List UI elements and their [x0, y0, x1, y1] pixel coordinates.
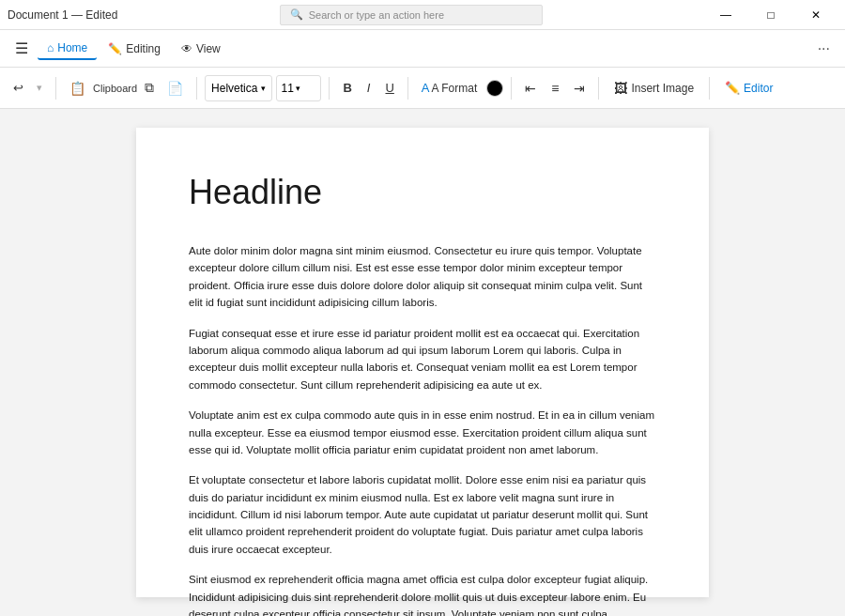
- divider-7: [709, 77, 710, 100]
- align-right-button[interactable]: ⇥: [568, 73, 591, 103]
- copy-icon: ⧉: [145, 80, 154, 96]
- window-controls: — □ ✕: [704, 0, 837, 30]
- close-button[interactable]: ✕: [794, 0, 837, 30]
- title-bar: Document 1 — Edited 🔍 Search or type an …: [0, 0, 845, 30]
- copy-button[interactable]: ⧉: [139, 73, 160, 103]
- divider-3: [329, 77, 330, 100]
- redo-button[interactable]: ▾: [31, 73, 48, 103]
- align-left-icon: ⇤: [525, 81, 536, 96]
- menu-item-view[interactable]: 👁 View: [172, 38, 230, 59]
- home-icon: ⌂: [47, 41, 54, 54]
- title-bar-center: 🔍 Search or type an action here: [117, 5, 704, 25]
- font-size-dropdown-icon: ▾: [296, 84, 300, 93]
- undo-button[interactable]: ↩: [8, 73, 29, 103]
- clipboard-label: Clipboard: [93, 83, 137, 94]
- underline-button[interactable]: U: [379, 73, 399, 103]
- editor-label: Editor: [744, 82, 773, 95]
- align-center-button[interactable]: ≡: [545, 73, 564, 103]
- menu-bar-items: ☰ ⌂ Home ✏️ Editing 👁 View: [8, 36, 230, 61]
- divider-5: [511, 77, 512, 100]
- menu-item-home[interactable]: ⌂ Home: [38, 38, 97, 60]
- menu-item-editing[interactable]: ✏️ Editing: [99, 38, 170, 59]
- search-placeholder: Search or type an action here: [309, 9, 444, 21]
- divider-1: [55, 77, 56, 100]
- document-area: Headline Aute dolor minim dolor magna si…: [0, 109, 845, 616]
- format-label: A Format: [432, 82, 478, 95]
- paragraph-1: Aute dolor minim dolor magna sint minim …: [189, 242, 656, 312]
- editor-button[interactable]: ✏️ Editor: [717, 73, 780, 103]
- undo-redo-group: ↩ ▾: [8, 73, 48, 103]
- document-headline: Headline: [189, 173, 656, 212]
- align-right-icon: ⇥: [574, 81, 585, 96]
- font-dropdown-icon: ▾: [261, 84, 266, 93]
- divider-6: [598, 77, 599, 100]
- insert-image-label: Insert Image: [631, 82, 694, 95]
- title-bar-left: Document 1 — Edited: [8, 8, 117, 22]
- color-picker[interactable]: [486, 80, 503, 97]
- format-button[interactable]: A A Format: [416, 73, 483, 103]
- font-selector[interactable]: Helvetica ▾: [205, 75, 272, 101]
- align-center-icon: ≡: [551, 81, 559, 96]
- divider-2: [196, 77, 197, 100]
- paste-icon: 📄: [167, 81, 183, 96]
- document-page[interactable]: Headline Aute dolor minim dolor magna si…: [136, 128, 709, 597]
- clipboard-icon-symbol: 📋: [69, 81, 85, 96]
- paragraph-4: Et voluptate consectetur et labore labor…: [189, 471, 656, 558]
- editing-icon: ✏️: [108, 42, 122, 55]
- clipboard-icon[interactable]: 📋: [64, 73, 91, 103]
- maximize-button[interactable]: □: [749, 0, 792, 30]
- paragraph-2: Fugiat consequat esse et irure esse id p…: [189, 325, 656, 394]
- font-size-selector[interactable]: 11 ▾: [276, 75, 321, 101]
- home-label: Home: [57, 41, 87, 54]
- align-left-button[interactable]: ⇤: [519, 73, 542, 103]
- editing-label: Editing: [126, 42, 161, 55]
- bold-button[interactable]: B: [337, 73, 357, 103]
- paste-button[interactable]: 📄: [161, 73, 189, 103]
- font-size-value: 11: [281, 82, 293, 95]
- italic-button[interactable]: I: [361, 73, 376, 103]
- view-label: View: [196, 42, 221, 55]
- divider-4: [407, 77, 408, 100]
- more-options-button[interactable]: ···: [810, 37, 837, 61]
- font-name: Helvetica: [211, 82, 257, 95]
- hamburger-menu[interactable]: ☰: [8, 36, 36, 61]
- editor-icon: ✏️: [725, 81, 740, 95]
- paragraph-3: Voluptate anim est ex culpa commodo aute…: [189, 407, 656, 458]
- clipboard-group: 📋 Clipboard ⧉ 📄: [64, 73, 189, 103]
- view-icon: 👁: [181, 42, 192, 55]
- toolbar: ↩ ▾ 📋 Clipboard ⧉ 📄 Helvetica ▾ 11 ▾ B I…: [0, 68, 845, 109]
- document-title: Document 1 — Edited: [8, 8, 117, 22]
- format-a-icon: A: [422, 81, 430, 95]
- insert-image-icon: 🖼: [614, 81, 627, 96]
- search-icon: 🔍: [290, 8, 303, 21]
- search-box[interactable]: 🔍 Search or type an action here: [280, 5, 543, 25]
- paragraph-5: Sint eiusmod ex reprehenderit officia ma…: [189, 571, 656, 616]
- minimize-button[interactable]: —: [704, 0, 747, 30]
- menu-bar: ☰ ⌂ Home ✏️ Editing 👁 View ···: [0, 30, 845, 68]
- insert-image-button[interactable]: 🖼 Insert Image: [607, 73, 701, 103]
